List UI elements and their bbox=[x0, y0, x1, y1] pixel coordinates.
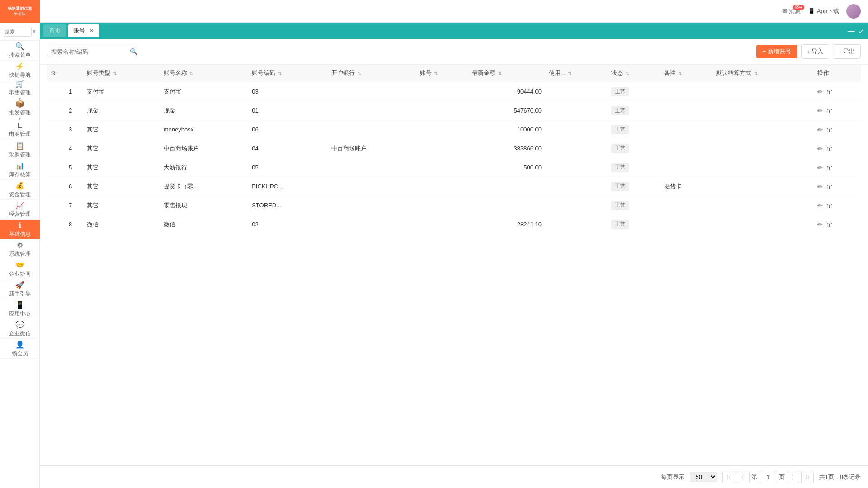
search-box[interactable]: 🔍 bbox=[47, 46, 137, 57]
row-balance: 547670.00 bbox=[468, 101, 545, 120]
sidebar-item-inventory[interactable]: 📊 库存核算 bbox=[0, 160, 40, 180]
col-remark[interactable]: 备注 ⇅ bbox=[660, 65, 713, 82]
delete-button[interactable]: 🗑 bbox=[826, 88, 833, 95]
sidebar-item-system[interactable]: ⚙ 系统管理 bbox=[0, 239, 40, 259]
col-balance[interactable]: 最新余额 ⇅ bbox=[468, 65, 545, 82]
sidebar-item-collab[interactable]: 🤝 企业协同 bbox=[0, 259, 40, 279]
tab-account-close[interactable]: ✕ bbox=[90, 28, 94, 34]
sidebar-item-finance[interactable]: 💰 资金管理 bbox=[0, 180, 40, 200]
tab-account[interactable]: 账号 ✕ bbox=[68, 24, 99, 37]
row-type: 其它 bbox=[83, 196, 160, 215]
row-actions: ✏ 🗑 bbox=[814, 82, 861, 101]
row-remark bbox=[660, 215, 713, 234]
sidebar-item-label: 企业协同 bbox=[9, 270, 31, 278]
member-icon: 👤 bbox=[15, 340, 24, 349]
edit-button[interactable]: ✏ bbox=[817, 107, 823, 114]
delete-button[interactable]: 🗑 bbox=[826, 145, 833, 152]
delete-button[interactable]: 🗑 bbox=[826, 202, 833, 209]
edit-button[interactable]: ✏ bbox=[817, 221, 823, 228]
next-page-button[interactable]: ⟩ bbox=[787, 471, 799, 483]
row-actions: ✏ 🗑 bbox=[814, 177, 861, 196]
per-page-select[interactable]: 50 100 200 bbox=[690, 472, 717, 482]
row-balance: 500.00 bbox=[468, 158, 545, 177]
row-id: 8 bbox=[65, 215, 83, 234]
delete-button[interactable]: 🗑 bbox=[826, 126, 833, 133]
sidebar-item-label: 经营管理 bbox=[9, 211, 31, 218]
sidebar-item-corpwechat[interactable]: 💬 企业微信 bbox=[0, 319, 40, 339]
col-name[interactable]: 账号名称 ⇅ bbox=[160, 65, 248, 82]
sidebar-item-wholesale[interactable]: 📦 批发管理 ▼ bbox=[0, 100, 40, 120]
search-input[interactable] bbox=[51, 48, 127, 55]
status-badge: 正常 bbox=[611, 106, 629, 115]
first-page-button[interactable]: ⟨⟨ bbox=[722, 471, 735, 483]
row-settings bbox=[47, 82, 65, 101]
sidebar-item-member[interactable]: 👤 畅会员 bbox=[0, 339, 40, 359]
col-action: 操作 bbox=[814, 65, 861, 82]
messages-button[interactable]: ✉ 消息 99+ bbox=[782, 7, 801, 15]
last-page-button[interactable]: ⟩⟩ bbox=[801, 471, 814, 483]
sidebar-item-appcenter[interactable]: 📱 应用中心 bbox=[0, 299, 40, 319]
sidebar-item-quicknav[interactable]: ⚡ 快捷导航 bbox=[0, 61, 40, 80]
sidebar-item-guide[interactable]: 🚀 新手引导 bbox=[0, 279, 40, 299]
col-account[interactable]: 账号 ⇅ bbox=[416, 65, 469, 82]
corpwechat-icon: 💬 bbox=[15, 320, 24, 329]
edit-button[interactable]: ✏ bbox=[817, 88, 823, 95]
sidebar-item-operations[interactable]: 📈 经营管理 bbox=[0, 200, 40, 220]
status-badge: 正常 bbox=[611, 182, 629, 191]
retail-icon: 🛒 bbox=[15, 80, 24, 88]
row-type: 微信 bbox=[83, 215, 160, 234]
import-button[interactable]: ↓ 导入 bbox=[801, 44, 829, 59]
sidebar-item-purchase[interactable]: 📋 采购管理 bbox=[0, 140, 40, 160]
edit-button[interactable]: ✏ bbox=[817, 126, 823, 133]
tab-expand-button[interactable]: ⤢ bbox=[859, 27, 864, 35]
prev-page-button[interactable]: ⟨ bbox=[737, 471, 750, 483]
sidebar: 畅捷通财生意 乐意版 ▼ 🔍 搜索菜单 ⚡ 快捷导航 🛒 零售管理 ▼ 📦 批发… bbox=[0, 0, 40, 488]
delete-button[interactable]: 🗑 bbox=[826, 107, 833, 114]
export-button[interactable]: ↑ 导出 bbox=[833, 44, 861, 59]
col-status[interactable]: 状态 ⇅ bbox=[608, 65, 660, 82]
row-usage bbox=[545, 196, 608, 215]
row-actions: ✏ 🗑 bbox=[814, 158, 861, 177]
tab-account-label: 账号 bbox=[73, 27, 85, 35]
col-settings[interactable]: ⚙ bbox=[47, 65, 65, 82]
page-input[interactable] bbox=[759, 471, 777, 483]
edit-button[interactable]: ✏ bbox=[817, 183, 823, 190]
table-row: 7 其它 零售抵现 STORED... 正常 ✏ 🗑 bbox=[47, 196, 861, 215]
tab-minimize-button[interactable]: — bbox=[848, 27, 855, 35]
sidebar-dropdown-icon[interactable]: ▼ bbox=[32, 28, 37, 35]
sidebar-item-label: 畅会员 bbox=[12, 350, 28, 357]
edit-button[interactable]: ✏ bbox=[817, 164, 823, 171]
row-actions: ✏ 🗑 bbox=[814, 196, 861, 215]
edit-button[interactable]: ✏ bbox=[817, 145, 823, 152]
row-type: 其它 bbox=[83, 177, 160, 196]
col-code[interactable]: 账号编码 ⇅ bbox=[248, 65, 328, 82]
row-code: 04 bbox=[248, 139, 328, 158]
sidebar-item-ecommerce[interactable]: 🖥 电商管理 bbox=[0, 120, 40, 140]
col-usage[interactable]: 使用... ⇅ bbox=[545, 65, 608, 82]
delete-button[interactable]: 🗑 bbox=[826, 183, 833, 190]
app-download-button[interactable]: 📱 App下载 bbox=[808, 7, 839, 15]
row-remark bbox=[660, 158, 713, 177]
row-id: 1 bbox=[65, 82, 83, 101]
col-payment[interactable]: 默认结算方式 ⇅ bbox=[712, 65, 814, 82]
col-type[interactable]: 账号类型 ⇅ bbox=[83, 65, 160, 82]
sidebar-item-retail[interactable]: 🛒 零售管理 ▼ bbox=[0, 80, 40, 100]
col-bank[interactable]: 开户银行 ⇅ bbox=[328, 65, 416, 82]
delete-button[interactable]: 🗑 bbox=[826, 221, 833, 228]
row-remark bbox=[660, 82, 713, 101]
sidebar-search-input[interactable] bbox=[3, 27, 32, 37]
row-balance bbox=[468, 177, 545, 196]
table-row: 4 其它 中百商场账户 04 中百商场账户 383866.00 正常 ✏ 🗑 bbox=[47, 139, 861, 158]
row-balance: 28241.10 bbox=[468, 215, 545, 234]
row-status: 正常 bbox=[608, 82, 660, 101]
sidebar-item-basicinfo[interactable]: ℹ 基础信息 bbox=[0, 220, 40, 239]
row-settings bbox=[47, 196, 65, 215]
sidebar-item-search[interactable]: 🔍 搜索菜单 bbox=[0, 41, 40, 61]
delete-button[interactable]: 🗑 bbox=[826, 164, 833, 171]
status-badge: 正常 bbox=[611, 125, 629, 134]
row-account bbox=[416, 196, 469, 215]
tab-home[interactable]: 首页 bbox=[43, 24, 66, 37]
user-avatar[interactable] bbox=[846, 4, 861, 19]
add-account-button[interactable]: + 新增账号 bbox=[756, 45, 797, 58]
edit-button[interactable]: ✏ bbox=[817, 202, 823, 209]
